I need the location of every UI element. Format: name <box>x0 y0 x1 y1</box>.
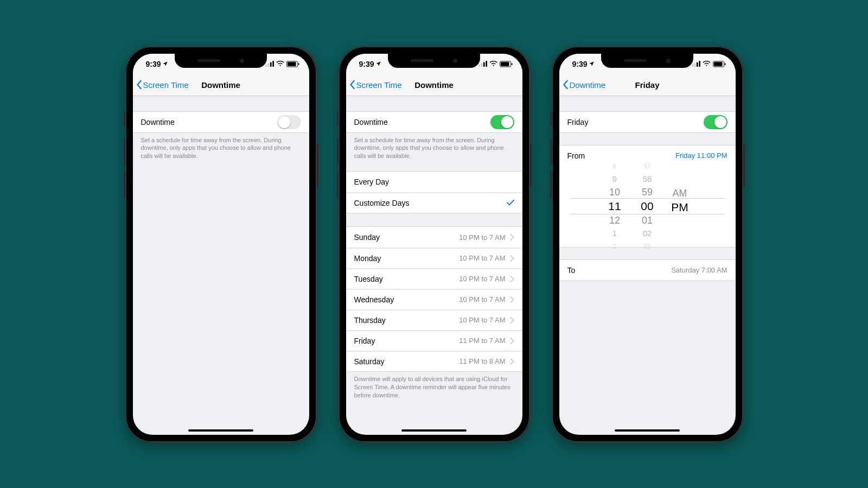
svg-rect-12 <box>500 62 509 66</box>
day-row-monday[interactable]: Monday10 PM to 7 AM <box>346 248 522 268</box>
row-label: Monday <box>354 254 459 263</box>
mute-switch <box>337 111 339 126</box>
home-indicator[interactable] <box>615 429 680 432</box>
screen-3: 9:39 Downtime Friday Friday <box>559 54 736 435</box>
days-group: Sunday10 PM to 7 AMMonday10 PM to 7 AMTu… <box>346 226 522 372</box>
volume-up-button <box>550 138 552 166</box>
day-row-wednesday[interactable]: Wednesday10 PM to 7 AM <box>346 289 522 309</box>
svg-rect-9 <box>483 62 484 67</box>
footer-text: Set a schedule for time away from the sc… <box>133 133 309 161</box>
picker-ampm[interactable]: AMPM <box>663 166 696 247</box>
time-picker[interactable]: 8910111212 57585900010203 AMPM <box>559 166 736 248</box>
chevron-right-icon <box>510 255 514 262</box>
back-label: Screen Time <box>356 80 402 90</box>
to-row[interactable]: To Saturday 7:00 AM <box>559 260 736 281</box>
status-time: 9:39 <box>359 60 374 68</box>
time-range: 10 PM to 7 AM <box>459 254 505 262</box>
picker-value: 58 <box>643 173 652 186</box>
chevron-right-icon <box>510 358 514 365</box>
picker-value: AM <box>673 187 687 200</box>
day-row-friday[interactable]: Friday11 PM to 7 AM <box>346 330 522 351</box>
picker-value: 8 <box>613 160 616 173</box>
row-label: Tuesday <box>354 275 459 283</box>
volume-down-button <box>124 171 125 198</box>
picker-minutes[interactable]: 57585900010203 <box>631 166 663 247</box>
volume-down-button <box>337 171 339 198</box>
svg-rect-8 <box>481 64 482 67</box>
row-label: Friday <box>354 337 459 345</box>
row-label: Downtime <box>141 118 277 126</box>
downtime-toggle-row[interactable]: Downtime <box>133 112 309 132</box>
row-label: To <box>567 266 672 275</box>
svg-rect-1 <box>267 64 269 67</box>
battery-icon <box>500 61 513 67</box>
chevron-right-icon <box>510 338 514 344</box>
chevron-left-icon <box>136 80 143 90</box>
day-row-thursday[interactable]: Thursday10 PM to 7 AM <box>346 309 522 330</box>
notch <box>601 54 693 68</box>
svg-rect-13 <box>511 63 512 65</box>
picker-value: 11 <box>608 199 621 214</box>
picker-value: 12 <box>609 214 620 227</box>
from-value: Friday 11:00 PM <box>675 151 727 160</box>
chevron-left-icon <box>349 80 356 90</box>
day-row-tuesday[interactable]: Tuesday10 PM to 7 AM <box>346 268 522 289</box>
svg-rect-19 <box>713 62 722 66</box>
day-toggle-group: Friday <box>559 111 736 133</box>
wifi-icon <box>276 61 284 67</box>
wifi-icon <box>703 61 711 67</box>
phone-frame-2: 9:39 Screen Time Downtime Downtime <box>339 46 530 442</box>
svg-rect-10 <box>486 61 487 67</box>
footer-text-2: Downtime will apply to all devices that … <box>346 372 522 400</box>
chevron-right-icon <box>510 234 514 240</box>
downtime-toggle-row[interactable]: Downtime <box>346 112 522 132</box>
back-label: Downtime <box>570 80 606 90</box>
picker-hours[interactable]: 8910111212 <box>598 166 631 247</box>
svg-rect-3 <box>272 61 274 67</box>
battery-icon <box>713 61 726 67</box>
side-button <box>743 144 745 187</box>
svg-rect-16 <box>696 62 698 67</box>
picker-value: 2 <box>613 240 616 253</box>
back-button[interactable]: Downtime <box>563 80 606 90</box>
picker-value: 02 <box>643 227 652 240</box>
back-label: Screen Time <box>143 80 189 90</box>
phone-frame-3: 9:39 Downtime Friday Friday <box>552 46 743 442</box>
chevron-right-icon <box>510 317 514 324</box>
day-toggle-row[interactable]: Friday <box>559 112 736 132</box>
chevron-right-icon <box>510 276 514 282</box>
volume-up-button <box>337 138 339 166</box>
day-row-sunday[interactable]: Sunday10 PM to 7 AM <box>346 227 522 248</box>
svg-rect-20 <box>724 63 725 65</box>
cellular-icon <box>692 61 700 67</box>
every-day-row[interactable]: Every Day <box>346 172 522 192</box>
row-label: Sunday <box>354 233 459 242</box>
mute-switch <box>124 111 125 126</box>
picker-value: 57 <box>644 160 650 173</box>
picker-value: 9 <box>612 173 617 186</box>
downtime-toggle[interactable] <box>277 115 301 129</box>
svg-rect-15 <box>694 64 695 67</box>
notch <box>175 54 267 68</box>
svg-rect-0 <box>265 65 267 67</box>
picker-value: 59 <box>642 186 653 199</box>
home-indicator[interactable] <box>401 429 467 432</box>
back-button[interactable]: Screen Time <box>349 80 402 90</box>
status-time: 9:39 <box>572 60 588 68</box>
time-range: 10 PM to 7 AM <box>459 275 505 283</box>
row-label: Customize Days <box>354 199 507 207</box>
mute-switch <box>550 111 552 126</box>
picker-value: 10 <box>609 186 620 199</box>
to-group: To Saturday 7:00 AM <box>559 259 736 281</box>
home-indicator[interactable] <box>188 429 253 432</box>
day-row-saturday[interactable]: Saturday11 PM to 8 AM <box>346 351 522 371</box>
day-toggle[interactable] <box>704 115 727 129</box>
row-label: From <box>567 151 676 160</box>
chevron-left-icon <box>563 80 569 90</box>
time-range: 11 PM to 7 AM <box>459 337 505 345</box>
back-button[interactable]: Screen Time <box>136 80 189 90</box>
side-button <box>530 144 532 187</box>
battery-icon <box>286 61 299 67</box>
customize-days-row[interactable]: Customize Days <box>346 192 522 213</box>
downtime-toggle[interactable] <box>490 115 514 129</box>
